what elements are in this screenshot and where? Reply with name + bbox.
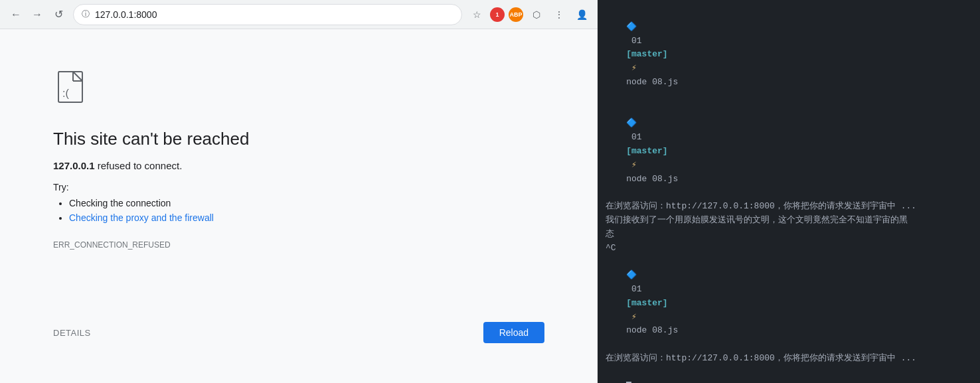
prompt-num-1: 01 (626, 36, 647, 46)
address-text: 127.0.0.1:8000 (95, 9, 157, 20)
browser-toolbar: ← → ↺ ⓘ 127.0.0.1:8000 ☆ 1 ABP ⬡ (0, 0, 598, 29)
terminal-line-1: 🔷 01 [master] ⚡ node 08.js (606, 7, 972, 104)
menu-icon: ⋮ (554, 9, 564, 20)
diamond-icon-2: 🔷 (626, 118, 637, 128)
forward-icon: → (32, 9, 42, 21)
terminal-panel: 🔷 01 [master] ⚡ node 08.js 🔷 01 [master]… (598, 0, 980, 383)
terminal-line-3: 在浏览器访问：http://127.0.0.1:8000，你将把你的请求发送到宇… (606, 200, 972, 214)
prompt-branch-2: [master] (626, 146, 667, 156)
browser-panel: ← → ↺ ⓘ 127.0.0.1:8000 ☆ 1 ABP ⬡ (0, 0, 598, 383)
star-icon: ☆ (473, 9, 481, 20)
svg-text::(: :( (62, 88, 69, 99)
suggestion-1: Checking the connection (69, 198, 171, 208)
account-button[interactable]: 👤 (572, 5, 591, 24)
info-icon: ⓘ (82, 9, 90, 20)
error-icon: :( (53, 69, 93, 109)
lightning-3: ⚡ (626, 312, 641, 322)
svg-line-2 (73, 72, 82, 81)
try-list: Checking the connection Checking the pro… (53, 198, 544, 227)
try-label: Try: (53, 182, 544, 192)
bookmark-button[interactable]: ☆ (467, 5, 486, 24)
extension-badge-red[interactable]: 1 (490, 7, 505, 22)
prompt-num-3: 01 (626, 284, 647, 294)
terminal-cursor-line (606, 366, 972, 383)
forward-button[interactable]: → (28, 5, 46, 24)
error-message: refused to connect. (98, 160, 183, 171)
back-icon: ← (11, 9, 21, 21)
reload-icon: ↺ (54, 8, 63, 21)
list-item: Checking the connection (69, 198, 544, 208)
back-button[interactable]: ← (7, 5, 25, 24)
prompt-branch-3: [master] (626, 298, 667, 308)
prompt-num-2: 01 (626, 132, 647, 142)
command-3: node 08.js (626, 325, 678, 335)
nav-buttons: ← → ↺ (7, 5, 68, 24)
error-buttons: DETAILS Reload (53, 322, 544, 343)
command-2: node 08.js (626, 174, 678, 184)
extensions-button[interactable]: ⬡ (527, 5, 546, 24)
extension-count: 1 (495, 11, 499, 18)
extension-label: ABP (509, 11, 522, 18)
list-item: Checking the proxy and the firewall (69, 212, 544, 223)
lightning-2: ⚡ (626, 160, 641, 170)
error-subtitle: 127.0.0.1 refused to connect. (53, 160, 544, 171)
terminal-line-4: 我们接收到了一个用原始膜发送讯号的文明，这个文明竟然完全不知道宇宙的黑 (606, 214, 972, 228)
toolbar-right: ☆ 1 ABP ⬡ ⋮ 👤 (467, 5, 591, 24)
puzzle-icon: ⬡ (532, 9, 540, 20)
terminal-line-7: 在浏览器访问：http://127.0.0.1:8000，你将把你的请求发送到宇… (606, 352, 972, 366)
address-bar[interactable]: ⓘ 127.0.0.1:8000 (73, 4, 462, 25)
details-button[interactable]: DETAILS (53, 328, 91, 338)
reload-button[interactable]: ↺ (49, 5, 68, 24)
terminal-line-2: 🔷 01 [master] ⚡ node 08.js (606, 104, 972, 200)
extension-badge-abp[interactable]: ABP (509, 7, 523, 22)
account-icon: 👤 (576, 9, 588, 20)
lightning-1: ⚡ (626, 63, 641, 73)
reload-page-button[interactable]: Reload (483, 322, 544, 343)
terminal-line-6: 🔷 01 [master] ⚡ node 08.js (606, 255, 972, 352)
prompt-branch-1: [master] (626, 49, 667, 59)
error-host: 127.0.0.1 (53, 160, 95, 171)
error-code: ERR_CONNECTION_REFUSED (53, 240, 544, 250)
proxy-firewall-link[interactable]: Checking the proxy and the firewall (69, 212, 214, 223)
terminal-line-5: ^C (606, 242, 972, 256)
error-page: :( This site can't be reached 127.0.0.1 … (0, 29, 598, 383)
error-title: This site can't be reached (53, 129, 544, 149)
diamond-icon-3: 🔷 (626, 270, 637, 280)
more-button[interactable]: ⋮ (550, 5, 568, 24)
terminal-line-4b: 态 (606, 228, 972, 242)
command-1: node 08.js (626, 77, 678, 87)
diamond-icon-1: 🔷 (626, 22, 637, 32)
